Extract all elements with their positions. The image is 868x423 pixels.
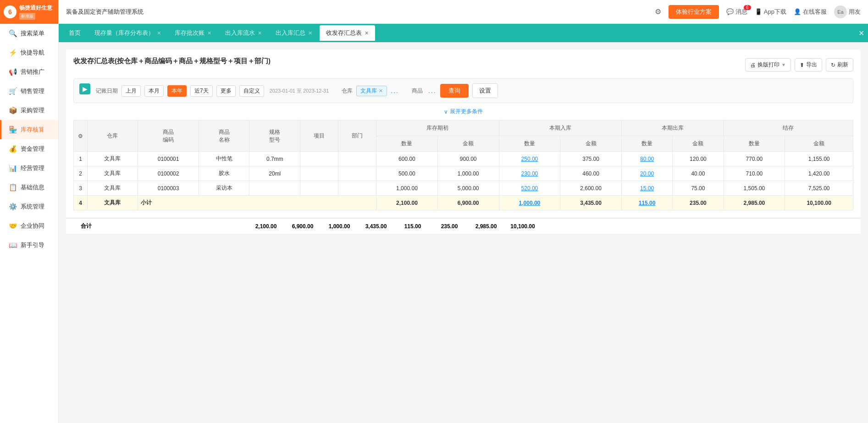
cell-in-amt: 2,600.00 bbox=[560, 181, 622, 196]
cell-project bbox=[300, 152, 338, 166]
goods-filter-label: 商品 bbox=[412, 87, 423, 95]
date-btn-custom[interactable]: 自定义 bbox=[239, 85, 264, 97]
cell-out-qty[interactable]: 15.00 bbox=[621, 181, 672, 196]
settings-button[interactable]: 设置 bbox=[472, 83, 498, 98]
tab-receive-summary[interactable]: 收发存汇总表✕ bbox=[320, 25, 375, 41]
subtotal-balance-amt: 10,100.00 bbox=[785, 196, 853, 210]
sidebar-item-search[interactable]: 🔍搜索菜单 bbox=[0, 24, 58, 43]
print-button[interactable]: 🖨 换版打印 ▼ bbox=[745, 58, 791, 71]
in-qty-link[interactable]: 230.00 bbox=[521, 170, 538, 177]
sidebar-item-collab[interactable]: 🤝企业协同 bbox=[0, 216, 58, 236]
sidebar-item-quick-nav[interactable]: ⚡快捷导航 bbox=[0, 43, 58, 62]
cell-opening-qty: 500.00 bbox=[376, 166, 438, 181]
warehouse-filter-label: 仓库 bbox=[342, 87, 353, 95]
th-settings[interactable]: ⚙ bbox=[74, 121, 88, 152]
subtotal-no: 4 bbox=[74, 196, 88, 210]
tab-close-inout-summary[interactable]: ✕ bbox=[308, 30, 312, 36]
phone-icon: 📱 bbox=[755, 8, 762, 15]
warehouse-tag-close-icon[interactable]: ✕ bbox=[379, 88, 383, 94]
tab-close-inout-flow[interactable]: ✕ bbox=[258, 30, 262, 36]
table-container: ⚙ 仓库 商品编码 商品名称 规格型号 项目 部门 库存期初 本期入库 本期出库… bbox=[73, 120, 853, 210]
sidebar-item-basic-info[interactable]: 📋基础信息 bbox=[0, 178, 58, 197]
close-all-tabs-button[interactable]: ✕ bbox=[858, 29, 864, 38]
date-btn-more[interactable]: 更多 bbox=[216, 85, 236, 97]
warehouse-more-dots[interactable]: ... bbox=[391, 87, 399, 94]
in-qty-link[interactable]: 520.00 bbox=[521, 185, 538, 192]
subtotal-in-qty-link[interactable]: 1,000.00 bbox=[519, 200, 541, 206]
query-button[interactable]: 查询 bbox=[440, 84, 469, 98]
expand-label: 展开更多条件 bbox=[450, 108, 483, 115]
sidebar-item-operations[interactable]: 📊经营管理 bbox=[0, 159, 58, 178]
cell-in-qty[interactable]: 520.00 bbox=[499, 181, 560, 196]
footer-out-qty: 115.00 bbox=[394, 223, 431, 230]
refresh-button[interactable]: ↻ 刷新 bbox=[826, 58, 853, 71]
table-row: 3 文具库 0100003 采访本 1,000.00 5,000.00 520.… bbox=[74, 181, 853, 196]
cell-sku-code: 0100001 bbox=[138, 152, 199, 166]
sidebar-item-guide[interactable]: 📖新手引导 bbox=[0, 236, 58, 255]
tab-inout-flow[interactable]: 出入库流水✕ bbox=[219, 25, 268, 41]
cell-out-qty[interactable]: 80.00 bbox=[621, 152, 672, 166]
cell-in-qty[interactable]: 250.00 bbox=[499, 152, 560, 166]
sidebar: 6 畅捷通好生意 标准版 🔍搜索菜单⚡快捷导航📢营销推广🛒销售管理📦采购管理🏪库… bbox=[0, 0, 59, 423]
sidebar-item-purchase[interactable]: 📦采购管理 bbox=[0, 101, 58, 120]
sidebar-item-inventory[interactable]: 🏪库存核算 bbox=[0, 120, 58, 139]
tab-close-stock-dist[interactable]: ✕ bbox=[157, 30, 161, 36]
app-download-item[interactable]: 📱 App下载 bbox=[755, 8, 786, 16]
cell-dept bbox=[338, 181, 376, 196]
date-btn-this-year[interactable]: 本年 bbox=[167, 85, 187, 97]
cell-out-qty[interactable]: 20.00 bbox=[621, 166, 672, 181]
export-button[interactable]: ⬆ 导出 bbox=[795, 58, 822, 71]
sidebar-item-finance[interactable]: 💰资金管理 bbox=[0, 139, 58, 159]
out-qty-link[interactable]: 80.00 bbox=[640, 156, 654, 162]
th-spec: 规格型号 bbox=[249, 121, 300, 152]
cell-in-qty[interactable]: 230.00 bbox=[499, 166, 560, 181]
tab-label-inout-summary: 出入库汇总 bbox=[276, 29, 305, 37]
date-btn-prev-month[interactable]: 上月 bbox=[122, 85, 141, 97]
tab-stock-dist[interactable]: 现存量（库存分布表）✕ bbox=[88, 25, 167, 41]
cell-in-amt: 460.00 bbox=[560, 166, 622, 181]
footer-in-amt: 3,435.00 bbox=[358, 223, 394, 230]
tab-inout-summary[interactable]: 出入库汇总✕ bbox=[269, 25, 319, 41]
refresh-icon: ↻ bbox=[831, 62, 835, 68]
cell-no: 1 bbox=[74, 152, 88, 166]
message-icon-item[interactable]: 💬 消息 6 bbox=[726, 8, 747, 16]
cell-in-amt: 375.00 bbox=[560, 152, 622, 166]
warehouse-tag-text: 文具库 bbox=[360, 87, 377, 95]
filter-bar: ▶ 记账日期 上月 本月 本年 近7天 更多 自定义 2023-01-01 至 … bbox=[73, 78, 853, 103]
expand-more-button[interactable]: ∨ 展开更多条件 bbox=[444, 108, 483, 115]
collab-icon: 🤝 bbox=[9, 222, 17, 230]
sidebar-item-sales[interactable]: 🛒销售管理 bbox=[0, 82, 58, 101]
th-dept: 部门 bbox=[338, 121, 376, 152]
tab-close-receive-summary[interactable]: ✕ bbox=[365, 30, 369, 36]
tab-home[interactable]: 首页 bbox=[62, 25, 87, 41]
table-settings-icon[interactable]: ⚙ bbox=[78, 133, 83, 139]
online-service-item[interactable]: 👤 在线客服 bbox=[794, 8, 827, 16]
footer-row: 合计 2,100.00 6,900.00 1,000.00 3,435.00 1… bbox=[73, 222, 853, 230]
out-qty-link[interactable]: 15.00 bbox=[640, 185, 654, 192]
subtotal-out-qty[interactable]: 115.00 bbox=[621, 196, 672, 210]
message-badge: 6 bbox=[744, 5, 751, 10]
in-qty-link[interactable]: 250.00 bbox=[521, 156, 538, 162]
cell-opening-amt: 1,000.00 bbox=[437, 166, 499, 181]
tab-close-batch-ledger[interactable]: ✕ bbox=[207, 30, 211, 36]
gear-icon[interactable]: ⚙ bbox=[655, 7, 661, 16]
sidebar-item-marketing[interactable]: 📢营销推广 bbox=[0, 62, 58, 82]
sidebar-label-purchase: 采购管理 bbox=[21, 106, 44, 115]
cell-opening-amt: 5,000.00 bbox=[437, 181, 499, 196]
filter-toggle-button[interactable]: ▶ bbox=[79, 83, 90, 94]
th-out-amt: 金额 bbox=[673, 136, 724, 152]
sidebar-item-system[interactable]: ⚙️系统管理 bbox=[0, 197, 58, 216]
date-btn-7days[interactable]: 近7天 bbox=[190, 85, 213, 97]
date-btn-this-month[interactable]: 本月 bbox=[144, 85, 164, 97]
goods-more-dots[interactable]: ... bbox=[428, 87, 437, 94]
logo-icon: 6 bbox=[4, 5, 17, 18]
try-industry-button[interactable]: 体验行业方案 bbox=[669, 5, 719, 19]
cell-no: 3 bbox=[74, 181, 88, 196]
cell-project bbox=[300, 166, 338, 181]
subtotal-out-qty-link[interactable]: 115.00 bbox=[639, 200, 656, 206]
tab-batch-ledger[interactable]: 库存批次账✕ bbox=[168, 25, 218, 41]
out-qty-link[interactable]: 20.00 bbox=[640, 170, 654, 177]
subtotal-in-qty[interactable]: 1,000.00 bbox=[499, 196, 560, 210]
user-item[interactable]: Ea 用友 bbox=[834, 5, 861, 18]
footer-balance-amt: 10,100.00 bbox=[504, 223, 541, 230]
